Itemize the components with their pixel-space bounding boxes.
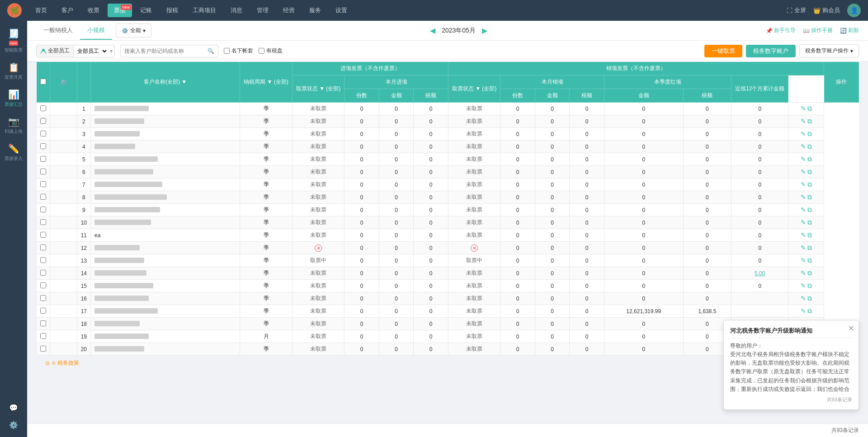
row-checkbox[interactable]: [40, 232, 46, 238]
edit-icon[interactable]: ✎: [801, 181, 806, 188]
edit-icon[interactable]: ✎: [801, 295, 806, 302]
row-checkbox[interactable]: [40, 270, 46, 276]
row-checkbox[interactable]: [40, 143, 46, 149]
row-checkbox[interactable]: [40, 320, 46, 326]
sidebar-item-invoice-summary[interactable]: 📊 票据汇总: [2, 85, 25, 111]
row-checkbox[interactable]: [40, 219, 46, 225]
sidebar-item-scan-upload[interactable]: 📷 扫描上传: [2, 113, 25, 138]
row-checkbox[interactable]: [40, 118, 46, 124]
row-checkbox[interactable]: [40, 244, 46, 250]
digital-op-btn[interactable]: 税务数字账户操作 ▾: [799, 44, 859, 57]
edit-icon[interactable]: ✎: [801, 143, 806, 150]
nav-bookkeeping[interactable]: 记账: [134, 4, 158, 17]
tab-all-capable[interactable]: ⚙️ 全能 ▾: [116, 23, 151, 38]
nav-settings[interactable]: 设置: [329, 4, 354, 17]
copy-icon[interactable]: ⧉: [807, 206, 812, 213]
one-key-fetch-btn[interactable]: 一键取票: [704, 45, 742, 57]
nav-business[interactable]: 工商项目: [186, 4, 222, 17]
th-in-status[interactable]: 取票状态 ▼ (全部): [292, 75, 344, 103]
edit-icon[interactable]: ✎: [801, 168, 806, 175]
digital-account-btn[interactable]: 税务数字账户: [746, 45, 796, 57]
row-checkbox[interactable]: [40, 181, 46, 187]
fullscreen-btn[interactable]: ⛶ 全屏: [787, 6, 806, 14]
copy-icon[interactable]: ⧉: [807, 269, 812, 277]
new-guide-btn[interactable]: 📌 新手引导: [766, 27, 796, 34]
nav-invoice[interactable]: 票据 new: [108, 4, 132, 17]
row-checkbox[interactable]: [40, 308, 46, 314]
next-period-btn[interactable]: ▶: [479, 25, 490, 36]
edit-icon[interactable]: ✎: [801, 269, 806, 277]
tax-disk-checkbox[interactable]: [259, 48, 264, 54]
edit-icon[interactable]: ✎: [801, 307, 806, 315]
th-tax-period[interactable]: 纳税周期 ▼ (全部): [240, 62, 292, 103]
employee-select-input[interactable]: 全部员工: [74, 45, 108, 57]
tab-small-scale[interactable]: 小规模: [80, 22, 112, 40]
copy-icon[interactable]: ⧉: [807, 130, 812, 137]
account-checkbox-label[interactable]: 名下帐套: [224, 47, 253, 55]
edit-icon[interactable]: ✎: [801, 231, 806, 239]
edit-icon[interactable]: ✎: [801, 117, 806, 125]
sidebar-item-invoice-entry[interactable]: ✏️ 票据录入: [2, 140, 25, 165]
copy-icon[interactable]: ⧉: [807, 307, 812, 315]
row-checkbox[interactable]: [40, 194, 46, 200]
copy-icon[interactable]: ⧉: [807, 181, 812, 188]
copy-icon[interactable]: ⧉: [807, 295, 812, 302]
copy-icon[interactable]: ⧉: [807, 257, 812, 264]
search-icon[interactable]: 🔍: [208, 48, 214, 54]
account-checkbox[interactable]: [224, 48, 230, 54]
row-checkbox[interactable]: [40, 105, 46, 111]
edit-icon[interactable]: ✎: [801, 257, 806, 264]
nav-customer[interactable]: 客户: [55, 4, 80, 17]
nav-tax[interactable]: 报税: [160, 4, 184, 17]
nav-manage[interactable]: 管理: [250, 4, 275, 17]
select-all-checkbox[interactable]: [40, 79, 46, 85]
copy-icon[interactable]: ⧉: [807, 155, 812, 163]
edit-icon[interactable]: ✎: [801, 155, 806, 163]
cumulative-link[interactable]: 5.00: [755, 270, 765, 277]
copy-icon[interactable]: ⧉: [807, 244, 812, 251]
search-input[interactable]: [124, 48, 206, 54]
row-checkbox[interactable]: [40, 282, 46, 288]
employee-selector[interactable]: 全部员工 全部员工 ▾: [36, 45, 115, 57]
edit-icon[interactable]: ✎: [801, 206, 806, 213]
edit-icon[interactable]: ✎: [801, 130, 806, 137]
member-btn[interactable]: 👑 购会员: [813, 6, 840, 14]
edit-icon[interactable]: ✎: [801, 193, 806, 201]
nav-receive[interactable]: 收票: [81, 4, 106, 17]
nav-service[interactable]: 服务: [303, 4, 327, 17]
sidebar-item-bottom2[interactable]: ⚙️: [5, 419, 23, 432]
copy-icon[interactable]: ⧉: [807, 231, 812, 239]
tab-general-taxpayer[interactable]: 一般纳税人: [36, 22, 80, 40]
edit-icon[interactable]: ✎: [801, 219, 806, 226]
prev-period-btn[interactable]: ◀: [427, 25, 438, 36]
copy-icon[interactable]: ⧉: [807, 282, 812, 289]
row-checkbox[interactable]: [40, 346, 46, 352]
manual-btn[interactable]: 📖 操作手册: [803, 27, 833, 34]
copy-icon[interactable]: ⧉: [807, 219, 812, 226]
copy-icon[interactable]: ⧉: [807, 105, 812, 112]
row-checkbox[interactable]: [40, 207, 46, 212]
nav-operation[interactable]: 经营: [277, 4, 301, 17]
sidebar-item-bottom1[interactable]: 💬: [5, 402, 23, 415]
th-out-status[interactable]: 取票状态 ▼ (全部): [448, 75, 500, 103]
tax-disk-checkbox-label[interactable]: 有税盘: [259, 47, 283, 55]
copy-icon[interactable]: ⧉: [807, 117, 812, 125]
copy-icon[interactable]: ⧉: [807, 193, 812, 201]
row-checkbox[interactable]: [40, 156, 46, 162]
sidebar-item-invoice-open[interactable]: 📋 发票开具: [2, 58, 25, 84]
th-client-name[interactable]: 客户名称(全部) ▼: [91, 62, 240, 103]
row-checkbox[interactable]: [40, 295, 46, 301]
row-checkbox[interactable]: [40, 257, 46, 263]
nav-home[interactable]: 首页: [29, 4, 53, 17]
edit-icon[interactable]: ✎: [801, 244, 806, 251]
sidebar-item-smart-fetch[interactable]: 🧾 new 智能取票: [2, 24, 25, 56]
row-checkbox[interactable]: [40, 131, 46, 136]
copy-icon[interactable]: ⧉: [807, 143, 812, 150]
popup-close-btn[interactable]: ✕: [848, 324, 854, 333]
nav-message[interactable]: 消息: [224, 4, 249, 17]
row-checkbox[interactable]: [40, 333, 46, 339]
refresh-btn[interactable]: 🔄 刷新: [840, 27, 859, 34]
edit-icon[interactable]: ✎: [801, 282, 806, 289]
copy-icon[interactable]: ⧉: [807, 168, 812, 175]
avatar[interactable]: 👤: [847, 4, 861, 17]
